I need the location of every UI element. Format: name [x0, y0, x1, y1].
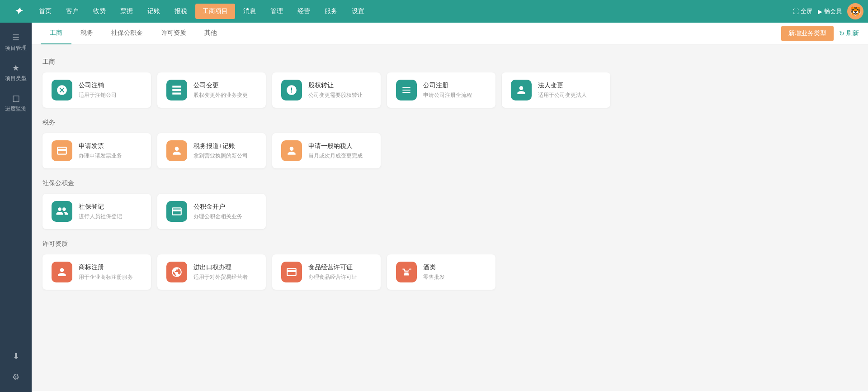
sidebar-item-gear[interactable]: ⚙ [0, 367, 32, 387]
card-name-company-register: 公司注册 [423, 81, 472, 90]
tab-tax[interactable]: 税务 [71, 23, 102, 44]
card-desc-alcohol: 零售批发 [423, 273, 445, 281]
card-name-company-change: 公司变更 [193, 81, 248, 90]
nav-tax[interactable]: 报税 [167, 0, 194, 23]
card-info-apply-invoice: 申请发票 办理申请发票业务 [79, 142, 122, 160]
card-desc-company-cancel: 适用于注销公司 [79, 91, 117, 99]
vip-btn[interactable]: ▶ 畅会员 [818, 7, 842, 15]
app-logo: ✦ [5, 5, 32, 17]
tab-other[interactable]: 其他 [195, 23, 226, 44]
card-desc-trademark: 用于企业商标注册服务 [79, 273, 133, 281]
fullscreen-btn[interactable]: ⛶ 全屏 [793, 7, 812, 15]
download-icon: ⬇ [13, 351, 19, 361]
nav-fee[interactable]: 收费 [86, 0, 113, 23]
refresh-button[interactable]: ↻ 刷新 [839, 29, 859, 38]
card-name-general-taxpayer: 申请一般纳税人 [308, 142, 363, 150]
card-legal-change[interactable]: 法人变更 适用于公司变更法人 [502, 72, 610, 108]
section-title-social: 社保公积金 [42, 179, 857, 187]
card-import-export[interactable]: 进出口权办理 适用于对外贸易经营者 [157, 254, 266, 290]
left-sidebar: ☰ 项目管理 ★ 项目类型 ◫ 进度监测 ⬇ ⚙ [0, 23, 32, 392]
card-info-social-register: 社保登记 进行人员社保登记 [79, 203, 122, 220]
card-icon-company-change [166, 80, 187, 100]
card-food-permit[interactable]: 食品经营许可证 办理食品经营许可证 [272, 254, 381, 290]
card-name-tax-report: 税务报道+记账 [193, 142, 248, 150]
sidebar-item-project-management[interactable]: ☰ 项目管理 [0, 27, 32, 57]
monitor-icon: ◫ [12, 93, 20, 103]
card-name-provident-fund: 公积金开户 [193, 203, 242, 211]
section-tax: 税务 申请发票 办理申请发票业务 [42, 119, 857, 168]
add-business-type-button[interactable]: 新增业务类型 [781, 26, 834, 41]
card-equity-transfer[interactable]: 股权转让 公司变更需要股权转让 [272, 72, 381, 108]
card-icon-food-permit [281, 262, 302, 282]
user-avatar[interactable]: 🐯 [847, 3, 863, 19]
card-icon-provident-fund [166, 201, 187, 222]
tab-social-insurance[interactable]: 社保公积金 [102, 23, 152, 44]
card-general-taxpayer[interactable]: 申请一般纳税人 当月或次月成变更完成 [272, 133, 381, 168]
sidebar-item-progress[interactable]: ◫ 进度监测 [0, 88, 32, 118]
card-info-general-taxpayer: 申请一般纳税人 当月或次月成变更完成 [308, 142, 363, 160]
card-provident-fund[interactable]: 公积金开户 办理公积金相关业务 [157, 194, 266, 229]
nav-industrial[interactable]: 工商项目 [195, 4, 235, 19]
card-company-register[interactable]: 公司注册 申请公司注册全流程 [387, 72, 495, 108]
nav-home[interactable]: 首页 [32, 0, 59, 23]
section-social-insurance: 社保公积金 社保登记 进行人员社保登记 [42, 179, 857, 229]
card-icon-company-register [396, 80, 417, 100]
tab-bar: 工商 税务 社保公积金 许可资质 其他 新增业务类型 ↻ 刷新 [32, 23, 868, 44]
section-qualification: 许可资质 商标注册 用于企业商标注册服务 [42, 240, 857, 290]
card-grid-tax: 申请发票 办理申请发票业务 税务报道+记账 拿到营业执照的新公司 [42, 133, 857, 168]
card-icon-legal-change [511, 80, 532, 100]
nav-settings[interactable]: 设置 [344, 0, 372, 23]
card-desc-apply-invoice: 办理申请发票业务 [79, 152, 122, 160]
card-desc-import-export: 适用于对外贸易经营者 [193, 273, 248, 281]
card-info-import-export: 进出口权办理 适用于对外贸易经营者 [193, 263, 248, 281]
section-title-tax: 税务 [42, 119, 857, 127]
card-name-social-register: 社保登记 [79, 203, 122, 211]
card-info-food-permit: 食品经营许可证 办理食品经营许可证 [308, 263, 357, 281]
card-grid-social: 社保登记 进行人员社保登记 公积金开户 办理公积金相关业务 [42, 194, 857, 229]
card-info-provident-fund: 公积金开户 办理公积金相关业务 [193, 203, 242, 220]
card-info-legal-change: 法人变更 适用于公司变更法人 [538, 81, 587, 99]
tab-industrial[interactable]: 工商 [41, 23, 71, 44]
card-icon-social-register [52, 201, 72, 222]
nav-accounting[interactable]: 记账 [140, 0, 167, 23]
card-grid-industrial: 公司注销 适用于注销公司 公司变更 股权变更外的业务变更 [42, 72, 857, 108]
card-info-alcohol: 酒类 零售批发 [423, 263, 445, 281]
card-name-import-export: 进出口权办理 [193, 263, 248, 272]
list-icon: ☰ [12, 33, 19, 43]
card-icon-apply-invoice [52, 140, 72, 161]
card-desc-provident-fund: 办理公积金相关业务 [193, 213, 242, 220]
card-grid-qualification: 商标注册 用于企业商标注册服务 进出口权办理 适用于对外贸易经营者 [42, 254, 857, 290]
card-desc-tax-report: 拿到营业执照的新公司 [193, 152, 248, 160]
nav-menu: 首页 客户 收费 票据 记账 报税 工商项目 消息 管理 经营 服务 设置 [32, 0, 793, 23]
card-tax-report[interactable]: 税务报道+记账 拿到营业执照的新公司 [157, 133, 266, 168]
content-area: 工商 公司注销 适用于注销公司 [32, 44, 868, 391]
card-social-register[interactable]: 社保登记 进行人员社保登记 [42, 194, 151, 229]
card-desc-social-register: 进行人员社保登记 [79, 213, 122, 220]
nav-invoice[interactable]: 票据 [113, 0, 140, 23]
card-info-company-cancel: 公司注销 适用于注销公司 [79, 81, 117, 99]
nav-customer[interactable]: 客户 [59, 0, 86, 23]
card-company-change[interactable]: 公司变更 股权变更外的业务变更 [157, 72, 266, 108]
tab-qualification[interactable]: 许可资质 [152, 23, 195, 44]
card-name-legal-change: 法人变更 [538, 81, 587, 90]
card-name-apply-invoice: 申请发票 [79, 142, 122, 150]
nav-management[interactable]: 管理 [263, 0, 290, 23]
main-content: 工商 税务 社保公积金 许可资质 其他 新增业务类型 ↻ 刷新 工商 [32, 23, 868, 392]
card-icon-trademark [52, 262, 72, 282]
card-icon-equity-transfer [281, 80, 302, 100]
card-info-trademark: 商标注册 用于企业商标注册服务 [79, 263, 133, 281]
nav-operation[interactable]: 经营 [290, 0, 317, 23]
card-apply-invoice[interactable]: 申请发票 办理申请发票业务 [42, 133, 151, 168]
card-alcohol[interactable]: 酒类 零售批发 [387, 254, 495, 290]
nav-message[interactable]: 消息 [236, 0, 263, 23]
card-trademark[interactable]: 商标注册 用于企业商标注册服务 [42, 254, 151, 290]
sidebar-item-project-type[interactable]: ★ 项目类型 [0, 57, 32, 88]
card-icon-general-taxpayer [281, 140, 302, 161]
card-icon-company-cancel [52, 80, 72, 100]
nav-service[interactable]: 服务 [317, 0, 344, 23]
sidebar-item-download[interactable]: ⬇ [0, 346, 32, 367]
section-title-industrial: 工商 [42, 58, 857, 66]
card-company-cancel[interactable]: 公司注销 适用于注销公司 [42, 72, 151, 108]
tab-actions: 新增业务类型 ↻ 刷新 [781, 26, 859, 41]
card-desc-legal-change: 适用于公司变更法人 [538, 91, 587, 99]
